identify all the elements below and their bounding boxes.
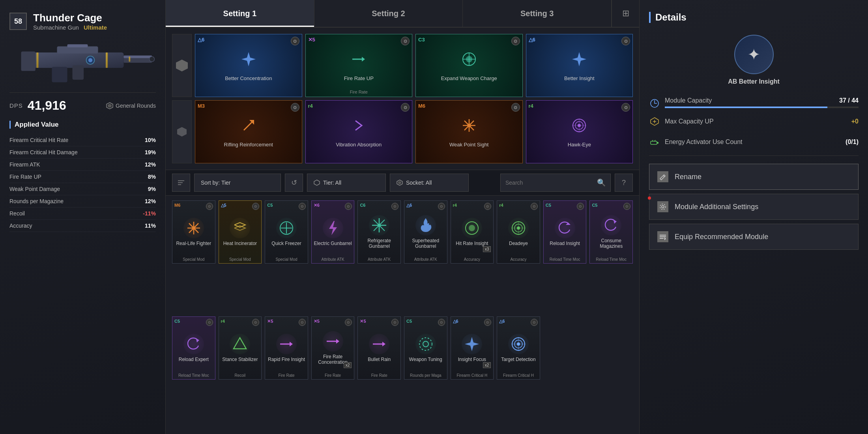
equipped-module-card[interactable]: M6 ⊙ Weak Point Sight (415, 100, 523, 163)
inventory-module-card[interactable]: △6 ⊙ Insight Focus Firearm Critical H x2 (451, 316, 494, 380)
inventory-module-card[interactable]: ✕5 ⊙ Rapid Fire Insight Fire Rate (265, 316, 308, 380)
inventory-module-card[interactable]: r4 ⊙ Stance Stabilizer Recoil (219, 316, 262, 380)
inventory-module-card[interactable]: C5 ⊙ Consume Magazines Reload Time Moc (589, 200, 633, 264)
sort-btn[interactable]: Sort by: Tier (194, 174, 281, 192)
equipped-module-card[interactable]: △6 ⊙ Better Concentration (195, 34, 302, 97)
dps-label: DPS (9, 102, 23, 109)
inv-module-name: Superheated Gunbarrel (404, 238, 447, 249)
tab-add[interactable]: ⊞ (612, 0, 639, 27)
svg-rect-7 (67, 44, 88, 47)
equipped-modules-grid: △6 ⊙ Better Concentration ✕5 ⊙ Fire Rate… (166, 28, 639, 170)
sort-icon-btn[interactable] (172, 174, 190, 192)
inventory-module-card[interactable]: C6 ⊙ Refrigerate Gunbarrel Attribute ATK (357, 200, 401, 264)
inv-module-name: Reload Insight (548, 241, 582, 246)
inv-module-icon (508, 334, 529, 354)
module-additional-settings-button[interactable]: Module Additional Settings (649, 194, 859, 220)
inv-socket-badge: ⊙ (484, 203, 491, 210)
inv-module-icon (508, 218, 529, 238)
inv-module-type: Reload Time Moc (172, 373, 215, 378)
inventory-module-card[interactable]: C5 ⊙ Reload Insight Reload Time Moc (543, 200, 587, 264)
svg-line-86 (663, 176, 664, 177)
refresh-btn[interactable]: ↺ (285, 174, 303, 192)
inventory-module-card[interactable]: △6 ⊙ Target Detection Firearm Critical H (497, 316, 540, 380)
help-button[interactable]: ? (615, 174, 633, 192)
svg-marker-62 (614, 220, 617, 224)
search-button[interactable]: 🔍 (592, 174, 610, 192)
inv-tier-badge: △6 (453, 319, 458, 324)
inv-module-icon (555, 218, 575, 238)
tab-setting3[interactable]: Setting 3 (463, 0, 612, 27)
rename-button[interactable]: Rename (649, 164, 859, 190)
inv-tier-badge: C5 (546, 203, 551, 208)
module-socket-badge: ⊙ (291, 37, 299, 45)
inventory-module-card[interactable]: r4 ⊙ Hit Rate Insight Accuracy x3 (451, 200, 494, 264)
stat-row: Firearm Critical Hit Damage 19% (9, 146, 156, 159)
tier-symbol: M6 (418, 103, 425, 109)
inv-module-type: Special Mod (265, 257, 308, 262)
tier-filter-btn[interactable]: Tier: All (307, 174, 386, 192)
rename-icon (657, 171, 668, 182)
inv-module-icon (323, 331, 343, 352)
inv-tier-badge: C5 (174, 319, 180, 324)
svg-rect-91 (660, 238, 664, 239)
stat-label: Rounds per Magazine (9, 198, 64, 204)
inventory-module-card[interactable]: C5 ⊙ Reload Expert Reload Time Moc (172, 316, 215, 380)
search-input[interactable] (501, 180, 592, 186)
separator (649, 155, 859, 156)
tab-setting1[interactable]: Setting 1 (166, 0, 314, 27)
equipped-module-card[interactable]: ✕5 ⊙ Fire Rate UP Fire Rate (305, 34, 413, 97)
inv-module-name: Bullet Rain (366, 357, 392, 362)
max-capacity-label: Max Capacity UP (665, 118, 847, 125)
equipped-module-card[interactable]: r4 ⊙ Vibration Absorption (305, 100, 413, 163)
svg-rect-2 (124, 56, 152, 58)
module-type: Fire Rate (350, 90, 368, 94)
side-slot-1 (172, 34, 192, 97)
svg-point-87 (662, 206, 664, 208)
inventory-module-card[interactable]: C5 ⊙ Weapon Tuning Rounds per Maga (404, 316, 447, 380)
inv-module-type: Special Mod (172, 257, 215, 262)
module-preview: ✦ AB Better Insight (649, 35, 859, 85)
equipped-module-card[interactable]: M3 ⊙ Rifling Reinforcement (195, 100, 302, 163)
inv-module-name: Electric Gunbarrel (312, 241, 354, 246)
inv-module-type: Recoil (219, 373, 262, 378)
equipped-module-card[interactable]: C3 ⊙ Expand Weapon Charge (415, 34, 523, 97)
inv-tier-badge: ✕5 (267, 319, 273, 324)
socket-filter-btn[interactable]: Socket: All (390, 174, 469, 192)
svg-marker-92 (664, 237, 666, 240)
equipped-module-card[interactable]: r4 ⊙ Hawk-Eye (526, 100, 633, 163)
weapon-grade: Ultimate (84, 24, 107, 31)
inv-module-name: Real-Life Fighter (174, 241, 213, 246)
socket-label: Socket: All (406, 180, 432, 186)
inventory-module-card[interactable]: M6 ⊙ Real-Life Fighter Special Mod (172, 200, 215, 264)
equip-recommended-button[interactable]: Equip Recommended Module (649, 224, 859, 250)
stat-value: 19% (145, 149, 156, 155)
svg-point-13 (88, 58, 92, 62)
inventory-module-card[interactable]: △5 ⊙ Heat Incinerator Special Mod (219, 200, 262, 264)
stat-label: Accuracy (9, 223, 32, 229)
additional-settings-label: Module Additional Settings (675, 203, 758, 211)
inv-module-icon (415, 334, 436, 354)
module-tier-badge: M3 (198, 103, 205, 109)
inventory-module-card[interactable]: ✕6 ⊙ Electric Gunbarrel Attribute ATK (311, 200, 355, 264)
module-name: Better Insight (564, 75, 595, 82)
inv-module-type: Firearm Critical H (451, 373, 494, 378)
inventory-module-card[interactable]: △6 ⊙ Superheated Gunbarrel Attribute ATK (404, 200, 447, 264)
inv-socket-badge: ⊙ (623, 203, 630, 210)
tab-setting2[interactable]: Setting 2 (314, 0, 463, 27)
max-capacity-row: Max Capacity UP +0 (649, 116, 859, 127)
notification-dot (648, 196, 651, 200)
inventory-module-card[interactable]: ✕5 ⊙ Fire Rate Concentration Fire Rate x… (311, 316, 355, 380)
inventory-module-card[interactable]: r4 ⊙ Deadeye Accuracy (497, 200, 540, 264)
module-name: Weak Point Sight (449, 142, 488, 148)
module-inventory: M6 ⊙ Real-Life Fighter Special Mod △5 ⊙ … (166, 196, 639, 434)
module-socket-badge: ⊙ (511, 37, 520, 45)
equipped-module-card[interactable]: △6 ⊙ Better Insight (526, 34, 633, 97)
module-icon (235, 112, 262, 139)
inventory-module-card[interactable]: C5 ⊙ Quick Freezer Special Mod (265, 200, 308, 264)
module-icon (345, 112, 372, 139)
inv-module-type: Accuracy (497, 257, 540, 262)
stat-value: 8% (148, 174, 156, 180)
svg-point-53 (378, 224, 381, 227)
module-capacity-label: Module Capacity (665, 97, 839, 104)
inventory-module-card[interactable]: ✕5 ⊙ Bullet Rain Fire Rate (357, 316, 401, 380)
